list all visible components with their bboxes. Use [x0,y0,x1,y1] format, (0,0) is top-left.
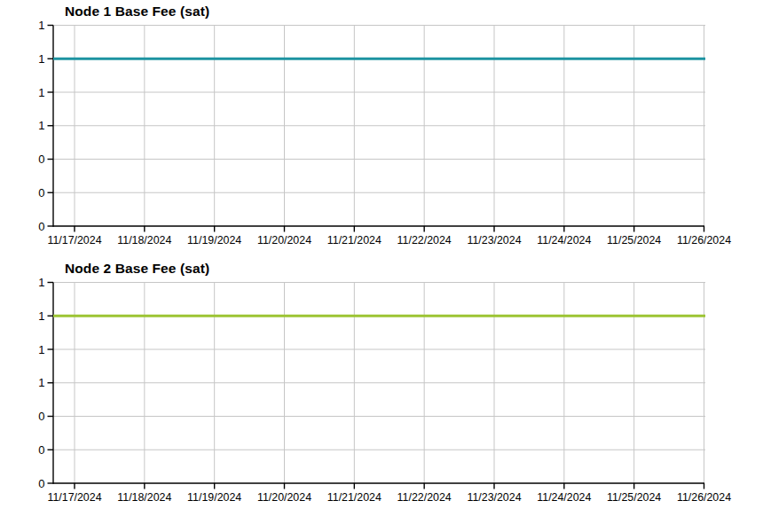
x-tick-label: 11/19/2024 [187,491,241,504]
y-tick-label: 1 [38,376,44,389]
x-tick-label: 11/18/2024 [117,491,171,504]
tick-marks [48,283,704,489]
y-tick-label: 1 [38,309,44,323]
tick-marks [48,26,704,232]
x-tick-labels: 11/17/202411/18/202411/19/202411/20/2024… [47,234,731,246]
y-tick-label: 1 [38,19,44,32]
horizontal-gridlines [53,283,705,450]
x-tick-label: 11/19/2024 [187,234,241,246]
y-tick-labels: 0001111 [38,19,44,233]
node-1-base-fee-plot: 000111111/17/202411/18/202411/19/202411/… [0,0,763,257]
x-tick-label: 11/23/2024 [467,234,521,246]
y-tick-label: 0 [38,186,44,200]
y-tick-label: 1 [38,52,44,66]
x-tick-label: 11/24/2024 [537,234,591,246]
x-tick-label: 11/23/2024 [467,491,521,504]
x-tick-label: 11/26/2024 [677,234,731,246]
x-tick-label: 11/20/2024 [257,491,311,504]
x-tick-label: 11/20/2024 [257,234,311,246]
y-tick-label: 0 [38,410,44,423]
x-tick-labels: 11/17/202411/18/202411/19/202411/20/2024… [47,491,731,504]
y-tick-label: 1 [38,343,44,356]
x-tick-label: 11/22/2024 [397,491,452,504]
x-tick-label: 11/21/2024 [327,491,382,504]
horizontal-gridlines [53,26,705,193]
x-tick-label: 11/18/2024 [117,234,171,246]
y-tick-label: 0 [38,220,44,233]
node-2-base-fee-plot: 000111111/17/202411/18/202411/19/202411/… [0,257,763,514]
x-tick-label: 11/25/2024 [607,234,661,246]
node-2-base-fee-chart: Node 2 Base Fee (sat) 000111111/17/20241… [0,257,763,514]
y-tick-labels: 0001111 [38,276,44,489]
y-tick-label: 1 [38,276,44,289]
x-tick-label: 11/26/2024 [677,491,731,504]
x-tick-label: 11/17/2024 [47,234,101,246]
y-tick-label: 0 [38,153,44,166]
y-tick-label: 1 [38,119,44,132]
x-tick-label: 11/21/2024 [327,234,382,246]
base-fee-charts-page: Node 1 Base Fee (sat) 000111111/17/20241… [0,0,763,532]
y-tick-label: 1 [38,86,44,99]
x-tick-label: 11/25/2024 [607,491,661,504]
x-tick-label: 11/24/2024 [537,491,591,504]
y-tick-label: 0 [38,477,44,490]
x-tick-label: 11/17/2024 [47,491,101,504]
y-tick-label: 0 [38,443,44,457]
node-1-base-fee-chart: Node 1 Base Fee (sat) 000111111/17/20241… [0,0,763,257]
x-tick-label: 11/22/2024 [397,234,452,246]
